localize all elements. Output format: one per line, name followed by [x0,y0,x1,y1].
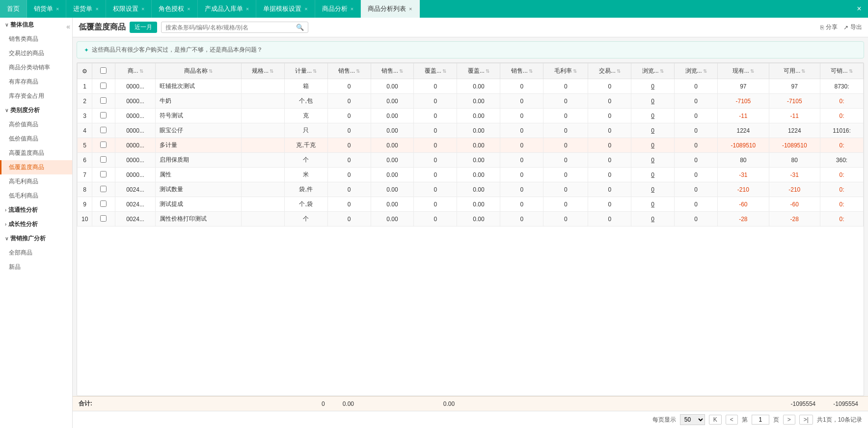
nav-template-settings[interactable]: 单据模板设置 × [256,0,315,18]
col-header-saleable[interactable]: 可销...⇅ [820,63,863,79]
row-browse1[interactable]: 0 [631,168,675,182]
per-page-select[interactable]: 50 10 20 100 [680,414,705,425]
close-icon[interactable]: × [141,6,144,12]
col-header-browse2[interactable]: 浏览...⇅ [675,63,718,79]
row-checkbox-cell[interactable] [92,212,115,227]
col-header-code[interactable]: 商...⇅ [115,63,156,79]
nav-product-inbound[interactable]: 产成品入库单 × [198,0,256,18]
browse1-link[interactable]: 0 [651,216,654,223]
col-header-transaction[interactable]: 交易...⇅ [588,63,631,79]
col-header-available-stock[interactable]: 可用...⇅ [769,63,820,79]
col-header-coverage2[interactable]: 覆盖...⇅ [457,63,500,79]
row-checkbox[interactable] [100,186,107,192]
browse1-link[interactable]: 0 [651,98,654,105]
row-browse1[interactable]: 0 [631,109,675,123]
sidebar-section-category[interactable]: ∨ 类别度分析 [0,103,72,117]
close-icon[interactable]: × [246,6,249,12]
sidebar-item-high-value[interactable]: 高价值商品 [0,117,72,132]
sidebar-item-traded-products[interactable]: 交易过的商品 [0,46,72,60]
sidebar-item-category-turnover[interactable]: 商品分类动销率 [0,60,72,75]
col-header-sales-amount[interactable]: 销售...⇅ [371,63,414,79]
browse1-link[interactable]: 0 [651,83,654,90]
col-header-coverage1[interactable]: 覆盖...⇅ [414,63,457,79]
sidebar-item-high-coverage[interactable]: 高覆盖度商品 [0,146,72,160]
sidebar-collapse-button[interactable]: « [64,22,72,31]
close-icon[interactable]: × [95,6,98,12]
time-filter-button[interactable]: 近一月 [130,22,157,33]
row-checkbox-cell[interactable] [92,94,115,109]
row-checkbox[interactable] [100,171,107,177]
row-checkbox-cell[interactable] [92,153,115,168]
row-checkbox[interactable] [100,156,107,163]
nav-product-analysis[interactable]: 商品分析 × [315,0,361,18]
next-page-button[interactable]: > [783,415,795,425]
nav-purchase-order[interactable]: 进货单 × [66,0,106,18]
row-checkbox-cell[interactable] [92,197,115,212]
row-browse1[interactable]: 0 [631,79,675,94]
row-browse1[interactable]: 0 [631,138,675,153]
sidebar-item-all-products[interactable]: 全部商品 [0,246,72,260]
col-header-spec[interactable]: 规格...⇅ [241,63,284,79]
row-checkbox[interactable] [100,83,107,89]
nav-product-analysis-list[interactable]: 商品分析列表 × [361,0,419,18]
export-button[interactable]: ↗ 导出 [843,23,862,31]
browse1-link[interactable]: 0 [651,157,654,164]
close-icon[interactable]: × [409,6,412,12]
row-checkbox-cell[interactable] [92,138,115,153]
row-browse1[interactable]: 0 [631,94,675,109]
sidebar-section-liquidity[interactable]: › 流通性分析 [0,203,72,217]
close-icon[interactable]: × [351,6,353,12]
sidebar-section-overall[interactable]: ∨ 整体信息 [0,18,72,32]
nav-home[interactable]: 首页 [0,0,27,18]
select-all-checkbox[interactable] [100,67,107,74]
nav-role-auth[interactable]: 角色授权 × [152,0,197,18]
browse1-link[interactable]: 0 [651,127,654,134]
sidebar-item-in-stock[interactable]: 有库存商品 [0,75,72,89]
row-browse1[interactable]: 0 [631,123,675,138]
row-checkbox[interactable] [100,200,107,207]
col-header-name[interactable]: 商品名称⇅ [156,63,241,79]
row-browse1[interactable]: 0 [631,153,675,168]
row-checkbox-cell[interactable] [92,123,115,138]
close-icon[interactable]: × [304,6,307,12]
sidebar-item-sales-products[interactable]: 销售类商品 [0,32,72,46]
sidebar-item-low-value[interactable]: 低价值商品 [0,132,72,146]
browse1-link[interactable]: 0 [651,201,654,208]
sidebar-item-low-coverage[interactable]: 低覆盖度商品 [0,160,72,174]
row-checkbox[interactable] [100,142,107,148]
window-close-button[interactable]: × [850,0,868,18]
row-checkbox-cell[interactable] [92,168,115,182]
sidebar-item-low-margin[interactable]: 低毛利商品 [0,189,72,203]
browse1-link[interactable]: 0 [651,142,654,149]
row-browse1[interactable]: 0 [631,182,675,197]
row-checkbox[interactable] [100,215,107,222]
browse1-link[interactable]: 0 [651,113,654,119]
row-browse1[interactable]: 0 [631,212,675,227]
settings-col-header[interactable]: ⚙ [78,63,92,79]
row-checkbox-cell[interactable] [92,182,115,197]
row-checkbox-cell[interactable] [92,79,115,94]
col-header-sales3[interactable]: 销售...⇅ [500,63,543,79]
share-button[interactable]: ⎘ 分享 [820,23,838,31]
data-table-container[interactable]: ⚙ 商...⇅ 商品名称⇅ 规格...⇅ 计量...⇅ 销售...⇅ 销售...… [77,62,864,396]
row-checkbox-cell[interactable] [92,109,115,123]
row-checkbox[interactable] [100,127,107,133]
browse1-link[interactable]: 0 [651,171,654,178]
sidebar-item-new-products[interactable]: 新品 [0,260,72,274]
nav-sales-order[interactable]: 销货单 × [27,0,66,18]
col-header-browse1[interactable]: 浏览...⇅ [631,63,675,79]
sidebar-section-marketing[interactable]: ∨ 营销推广分析 [0,231,72,246]
checkbox-col-header[interactable] [92,63,115,79]
col-header-unit[interactable]: 计量...⇅ [284,63,327,79]
close-icon[interactable]: × [187,6,190,12]
page-number-input[interactable] [752,415,769,425]
col-header-sales-qty[interactable]: 销售...⇅ [327,63,371,79]
sidebar-item-high-margin[interactable]: 高毛利商品 [0,174,72,189]
row-checkbox[interactable] [100,97,107,104]
col-header-current-stock[interactable]: 现有...⇅ [718,63,769,79]
prev-page-button[interactable]: < [726,415,738,425]
sidebar-item-inventory-capital[interactable]: 库存资金占用 [0,89,72,103]
search-input[interactable] [165,24,296,31]
close-icon[interactable]: × [56,6,59,12]
first-page-button[interactable]: K [709,415,722,425]
